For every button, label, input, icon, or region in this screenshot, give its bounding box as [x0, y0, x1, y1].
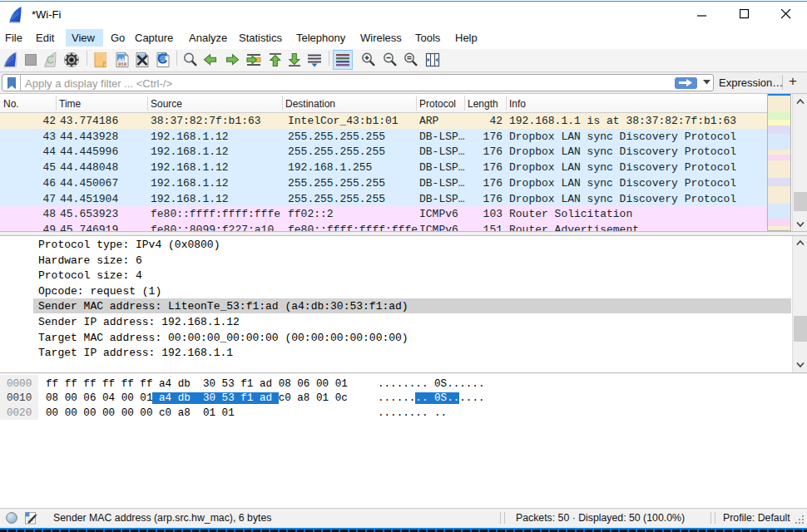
- svg-text:010: 010: [118, 62, 126, 67]
